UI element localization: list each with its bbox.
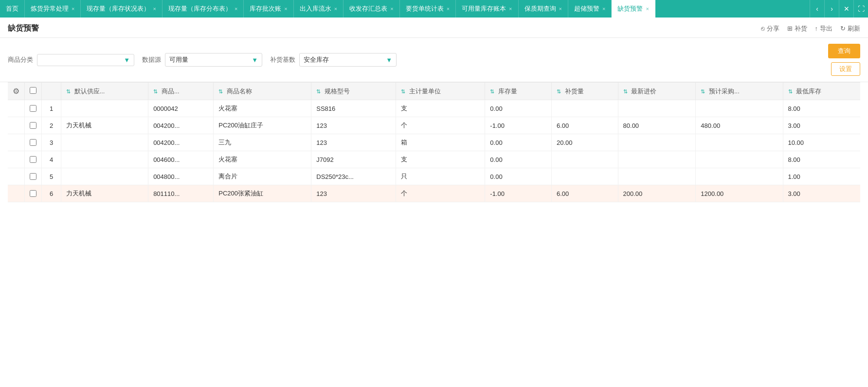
row-settings-cell [8, 151, 25, 168]
col-estimated-header[interactable]: ⇅ 预计采购... [696, 83, 783, 100]
table-row[interactable]: 6 力天机械 801110... PC200张紧油缸 123 个 -1.00 6… [8, 185, 860, 202]
tab-xianzun-dist[interactable]: 现存量（库存分布表） × [163, 0, 244, 18]
col-product-code-header[interactable]: ⇅ 商品... [148, 83, 214, 100]
tab-yaohuodantj[interactable]: 要货单统计表 × [400, 0, 456, 18]
datasource-select[interactable]: 可用量 ▼ [165, 53, 262, 67]
table-header-row: ⚙ ⇅ 默认供应... ⇅ 商品... ⇅ [8, 83, 860, 100]
tab-close-all-btn[interactable]: ✕ [839, 0, 853, 18]
tab-chaochuyu[interactable]: 超储预警 × [568, 0, 612, 18]
base-select[interactable]: 安全库存 ▼ [299, 53, 397, 67]
row-latest-price [618, 134, 696, 151]
col-replenish-header[interactable]: ⇅ 补货量 [551, 83, 618, 100]
row-supplier [61, 100, 148, 117]
row-latest-price [618, 100, 696, 117]
tab-lianhuo[interactable]: 炼货异常处理 × [25, 0, 81, 18]
close-tab-xianzun-dist[interactable]: × [235, 6, 237, 12]
tab-shougcun[interactable]: 收发存汇总表 × [344, 0, 399, 18]
close-tab-churuliushui[interactable]: × [334, 6, 337, 12]
row-replenish-qty [551, 151, 618, 168]
tab-home[interactable]: 首页 [0, 0, 25, 18]
close-tab-shougcun[interactable]: × [390, 6, 393, 12]
row-checkbox[interactable] [30, 156, 36, 163]
row-product-name: 离合片 [214, 168, 311, 185]
row-checkbox[interactable] [30, 139, 36, 146]
col-default-supplier-header[interactable]: ⇅ 默认供应... [61, 83, 148, 100]
row-checkbox[interactable] [30, 122, 36, 129]
close-tab-yaohuodantj[interactable]: × [447, 6, 450, 12]
sort-spec-icon: ⇅ [316, 88, 321, 94]
row-stock: 0.00 [485, 168, 552, 185]
close-tab-quehuo[interactable]: × [646, 6, 649, 12]
table-container: ⚙ ⇅ 默认供应... ⇅ 商品... ⇅ [0, 82, 868, 202]
tab-churuliushui[interactable]: 出入库流水 × [294, 0, 344, 18]
row-stock: 0.00 [485, 134, 552, 151]
row-product-name: 三九 [214, 134, 311, 151]
table-row[interactable]: 1 0000042 火花塞 SS816 支 0.00 8.00 [8, 100, 860, 117]
tab-keyongliang[interactable]: 可用量库存账本 × [456, 0, 518, 18]
close-tab-lianhuo[interactable]: × [72, 6, 74, 12]
header-actions: ⎋ 分享 ⊞ 补货 ↑ 导出 ↻ 刷新 [761, 24, 861, 33]
col-product-name-header[interactable]: ⇅ 商品名称 [214, 83, 311, 100]
row-checkbox-cell [25, 185, 42, 202]
tab-xianzun-status[interactable]: 现存量（库存状况表） × [81, 0, 162, 18]
close-tab-baozhi[interactable]: × [559, 6, 562, 12]
row-num: 5 [42, 168, 61, 185]
row-supplier: 力天机械 [61, 185, 148, 202]
sort-code-icon: ⇅ [153, 88, 158, 94]
row-stock: 0.00 [485, 151, 552, 168]
row-latest-price [618, 168, 696, 185]
settings-button[interactable]: 设置 [831, 62, 860, 76]
tab-prev-btn[interactable]: ‹ [810, 0, 824, 18]
row-min-stock: 3.00 [783, 117, 860, 134]
tab-kupipici[interactable]: 库存批次账 × [244, 0, 293, 18]
row-product-code: 801110... [148, 185, 214, 202]
row-checkbox[interactable] [30, 190, 36, 197]
row-min-stock: 8.00 [783, 100, 860, 117]
sort-name-icon: ⇅ [218, 88, 223, 94]
row-estimated-purchase [696, 151, 783, 168]
row-spec: SS816 [311, 100, 396, 117]
row-unit: 支 [396, 100, 485, 117]
refresh-button[interactable]: ↻ 刷新 [840, 24, 860, 33]
select-all-checkbox[interactable] [30, 87, 36, 94]
query-button[interactable]: 查询 [828, 44, 860, 58]
sort-stock-icon: ⇅ [490, 88, 494, 94]
share-button[interactable]: ⎋ 分享 [761, 24, 779, 33]
col-spec-header[interactable]: ⇅ 规格型号 [311, 83, 396, 100]
filter-actions: 查询 设置 [828, 44, 860, 76]
row-spec: 123 [311, 185, 396, 202]
row-checkbox[interactable] [30, 173, 36, 180]
row-stock: 0.00 [485, 100, 552, 117]
col-latest-price-header[interactable]: ⇅ 最新进价 [618, 83, 696, 100]
close-tab-xianzun-status[interactable]: × [153, 6, 156, 12]
data-table: ⚙ ⇅ 默认供应... ⇅ 商品... ⇅ [8, 82, 860, 202]
table-row[interactable]: 3 004200... 三九 123 箱 0.00 20.00 10.00 [8, 134, 860, 151]
row-num: 4 [42, 151, 61, 168]
page-header: 缺货预警 ⎋ 分享 ⊞ 补货 ↑ 导出 ↻ 刷新 [0, 18, 868, 38]
table-row[interactable]: 2 力天机械 004200... PC200油缸庄子 123 个 -1.00 6… [8, 117, 860, 134]
table-body: 1 0000042 火花塞 SS816 支 0.00 8.00 2 力天机械 0… [8, 100, 860, 202]
tab-baozhi[interactable]: 保质期查询 × [519, 0, 568, 18]
tab-fullscreen-btn[interactable]: ⛶ [853, 0, 868, 18]
table-row[interactable]: 5 004800... 离合片 DS250*23c... 只 0.00 1.00 [8, 168, 860, 185]
col-min-stock-header[interactable]: ⇅ 最低库存 [783, 83, 860, 100]
close-tab-kupipici[interactable]: × [284, 6, 287, 12]
replenish-button[interactable]: ⊞ 补货 [787, 24, 807, 33]
category-select[interactable]: ▼ [37, 54, 134, 66]
sort-unit-icon: ⇅ [401, 88, 405, 94]
row-replenish-qty [551, 168, 618, 185]
close-tab-keyongliang[interactable]: × [509, 6, 512, 12]
col-stock-header[interactable]: ⇅ 库存量 [485, 83, 552, 100]
row-checkbox[interactable] [30, 105, 36, 112]
close-tab-chaochuyu[interactable]: × [602, 6, 605, 12]
row-supplier [61, 151, 148, 168]
export-button[interactable]: ↑ 导出 [815, 24, 833, 33]
tab-next-btn[interactable]: › [824, 0, 839, 18]
row-latest-price: 80.00 [618, 117, 696, 134]
row-checkbox-cell [25, 151, 42, 168]
settings-gear-icon[interactable]: ⚙ [13, 87, 19, 95]
table-row[interactable]: 4 004600... 火花塞 J7092 支 0.00 8.00 [8, 151, 860, 168]
category-filter-group: 商品分类 ▼ [8, 54, 134, 66]
tab-quehuo[interactable]: 缺货预警 × [612, 0, 655, 18]
col-unit-header[interactable]: ⇅ 主计量单位 [396, 83, 485, 100]
